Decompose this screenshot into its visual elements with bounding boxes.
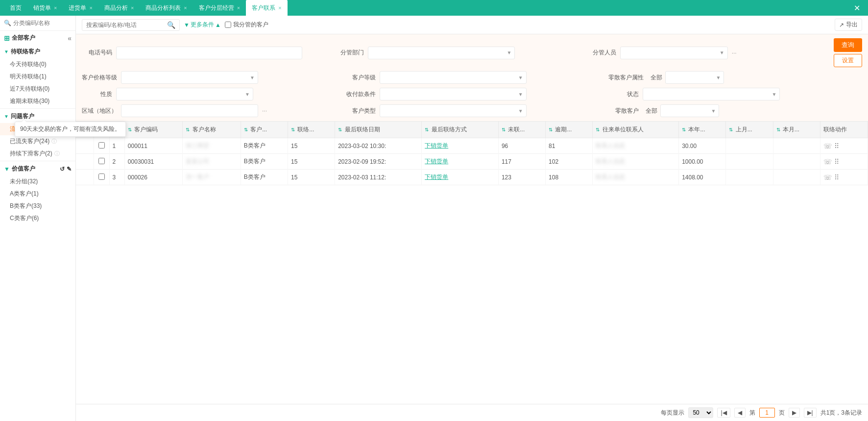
prev-page-button[interactable]: ◀ (734, 408, 746, 418)
person-select[interactable]: ▼ (620, 47, 728, 59)
row-settings (76, 170, 94, 185)
contact-action-icon[interactable]: ☏ (823, 158, 832, 166)
contacts-column-header[interactable]: ⇅ 往来单位联系人 (593, 122, 679, 138)
filter-field-payment: 收付款条件 ▼ (345, 88, 599, 100)
row-last-method[interactable]: 下销货单 (422, 170, 499, 185)
collapse-icon[interactable]: « (68, 34, 72, 42)
filter-search-input[interactable] (86, 22, 167, 28)
last-page-button[interactable]: ▶| (804, 408, 817, 418)
first-page-button[interactable]: |◀ (717, 408, 730, 418)
sidebar-group-problem[interactable]: ▼ 问题客户 (0, 110, 75, 123)
nav-home[interactable]: 首页 (4, 0, 27, 16)
divider (0, 108, 75, 109)
sidebar-group-pending[interactable]: ▼ 待联络客户 (0, 45, 75, 58)
filter-search-button[interactable]: 🔍 (167, 21, 175, 29)
overdue-column-header[interactable]: ⇅ 逾期... (546, 122, 593, 138)
sidebar-item-class-b[interactable]: B类客户(33) (0, 200, 75, 212)
close-tab-icon[interactable]: × (89, 5, 92, 11)
edit-icon[interactable]: ✎ (67, 166, 72, 173)
row-select-checkbox[interactable] (98, 173, 105, 180)
close-tab-icon[interactable]: × (131, 5, 134, 11)
sidebar-root-label: 全部客户 (12, 34, 35, 42)
more-action-icon[interactable]: ⠿ (834, 142, 839, 150)
window-close-button[interactable]: ✕ (850, 3, 864, 13)
sidebar-item-today[interactable]: 今天待联络(0) (0, 58, 75, 71)
next-page-button[interactable]: ▶ (789, 408, 800, 418)
price-grade-select[interactable]: ▼ (121, 71, 258, 84)
my-customers-checkbox-container[interactable]: 我分管的客户 (225, 21, 268, 29)
row-last-method[interactable]: 下销货单 (422, 154, 499, 170)
filter-field-zero-attr: 零散客户属性 全部 ▼ (608, 71, 862, 84)
export-button[interactable]: ↗ 导出 (835, 19, 862, 31)
row-last-date: 2023-03-02 10:30: (335, 138, 422, 154)
sidebar-group-value[interactable]: ▼ 价值客户 ↺ ✎ (0, 162, 75, 175)
this-month-column-header[interactable]: ⇅ 本月... (773, 122, 820, 138)
name-column-header[interactable]: ⇅ 客户名称 (183, 122, 241, 138)
row-this-year: 1000.00 (679, 154, 726, 170)
row-last-method[interactable]: 下销货单 (422, 138, 499, 154)
sidebar-item-class-c[interactable]: C类客户(6) (0, 212, 75, 224)
close-tab-icon[interactable]: × (278, 5, 281, 11)
customer-type-select[interactable]: ▼ (380, 104, 527, 117)
status-select[interactable]: ▼ (643, 88, 780, 100)
sidebar-item-churned[interactable]: 已流失客户(24) ⓘ (0, 135, 75, 148)
filter-bar: 🔍 ▼ 更多条件 ▲ 我分管的客户 ↗ 导出 (76, 16, 868, 34)
row-this-month (773, 138, 820, 154)
query-button[interactable]: 查询 (834, 38, 862, 52)
row-no: 2 (109, 154, 124, 170)
sidebar-item-overdue[interactable]: 逾期未联络(30) (0, 95, 75, 107)
filter-row-2: 客户价格等级 ▼ 客户等级 ▼ 零散客户属性 全部 (82, 71, 862, 84)
contact-action-icon[interactable]: ☏ (823, 142, 832, 150)
last-contact-method-column-header[interactable]: ⇅ 最后联络方式 (422, 122, 499, 138)
last-month-column-header[interactable]: ⇅ 上月... (726, 122, 773, 138)
page-size-select[interactable]: 50 100 200 (688, 407, 713, 418)
top-nav-right: ✕ (850, 3, 864, 13)
customer-grade-select[interactable]: ▼ (380, 71, 527, 84)
page-number-input[interactable] (759, 408, 775, 418)
my-customers-checkbox[interactable] (225, 22, 231, 28)
zero-attr-select[interactable]: ▼ (665, 71, 724, 84)
phone-input[interactable] (116, 47, 302, 59)
tab-customer-contact[interactable]: 客户联系 × (246, 0, 287, 16)
more-action-icon[interactable]: ⠿ (834, 173, 839, 181)
more-options-icon[interactable]: ··· (728, 50, 741, 56)
payment-select[interactable]: ▼ (380, 88, 527, 100)
last-contact-date-column-header[interactable]: ⇅ 最后联络日期 (335, 122, 422, 138)
tab-product-analysis-list[interactable]: 商品分析列表 × (140, 0, 193, 16)
this-year-column-header[interactable]: ⇅ 本年... (679, 122, 726, 138)
tab-sales-order[interactable]: 销货单 × (27, 0, 63, 16)
type-column-header[interactable]: ⇅ 客户... (241, 122, 288, 138)
refresh-icon[interactable]: ↺ (60, 166, 65, 173)
sidebar-root-header[interactable]: ⊞ 全部客户 « (0, 31, 75, 45)
settings-button[interactable]: 设置 (834, 54, 862, 67)
tab-customer-segment[interactable]: 客户分层经营 × (193, 0, 246, 16)
uncontacted-column-header[interactable]: ⇅ 未联... (498, 122, 545, 138)
sidebar-item-declining[interactable]: 持续下滑客户(2) ⓘ (0, 148, 75, 160)
close-tab-icon[interactable]: × (54, 5, 57, 11)
action-icons-container: ☏ ⠿ (823, 158, 865, 166)
contact-column-header[interactable]: ⇅ 联络... (288, 122, 335, 138)
row-type: B类客户 (241, 170, 288, 185)
tab-purchase-order[interactable]: 进货单 × (63, 0, 98, 16)
filter-field-customer-grade: 客户等级 ▼ (345, 71, 599, 84)
dept-select[interactable]: ▼ (368, 47, 515, 59)
tab-product-analysis[interactable]: 商品分析 × (98, 0, 140, 16)
contact-action-icon[interactable]: ☏ (823, 173, 832, 181)
more-action-icon[interactable]: ⠿ (834, 158, 839, 166)
gender-select[interactable]: ▼ (116, 88, 253, 100)
sidebar-item-tomorrow[interactable]: 明天待联络(1) (0, 71, 75, 83)
sidebar-search-input[interactable] (13, 20, 76, 26)
code-column-header[interactable]: ⇅ 客户编码 (124, 122, 182, 138)
close-tab-icon[interactable]: × (184, 5, 187, 11)
row-select-checkbox[interactable] (98, 142, 105, 149)
region-select[interactable] (121, 104, 258, 117)
more-conditions-button[interactable]: ▼ 更多条件 ▲ (184, 21, 221, 29)
close-tab-icon[interactable]: × (237, 5, 240, 11)
sidebar-item-class-a[interactable]: A类客户(1) (0, 188, 75, 200)
zero-customer-select[interactable]: ▼ (660, 104, 719, 117)
sidebar-item-ungrouped[interactable]: 未分组(32) (0, 175, 75, 188)
row-select-checkbox[interactable] (98, 158, 105, 164)
chevron-down-icon: ▼ (518, 75, 523, 80)
region-more-icon[interactable]: ··· (258, 107, 271, 114)
sidebar-item-7days[interactable]: 近7天待联络(0) (0, 83, 75, 95)
